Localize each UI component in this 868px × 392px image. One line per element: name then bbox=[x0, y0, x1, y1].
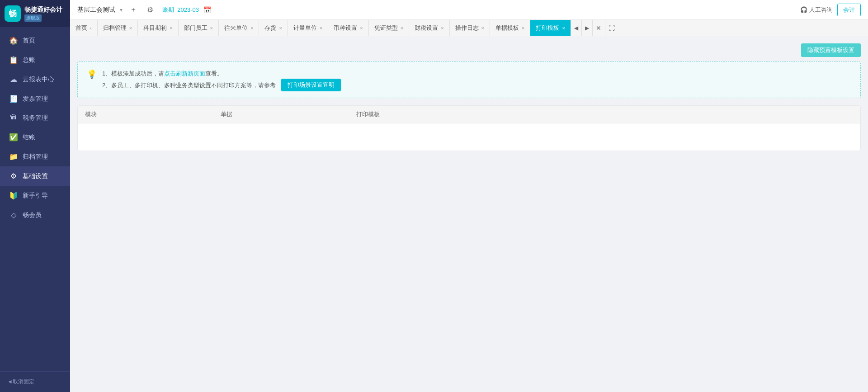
sidebar-nav: 🏠 首页 📋 总账 ☁ 云报表中心 🧾 发票管理 🏛 税务管理 ✅ 结账 📁 归… bbox=[0, 27, 70, 371]
table-body bbox=[78, 123, 860, 151]
refresh-link[interactable]: 点击刷新新页面 bbox=[164, 70, 205, 77]
tab-home-prev[interactable]: ‹ bbox=[90, 25, 92, 31]
service-button[interactable]: 🎧 人工咨询 bbox=[800, 6, 833, 14]
home-icon: 🏠 bbox=[9, 36, 18, 45]
tab-home[interactable]: 首页 ‹ bbox=[70, 20, 98, 36]
sidebar-item-reports[interactable]: ☁ 云报表中心 bbox=[0, 70, 70, 89]
tabbar: 首页 ‹ 归档管理 × 科目期初 × 部门员工 × 往来单位 × 存货 × 计量… bbox=[70, 20, 868, 36]
period-value: 2023-03 bbox=[177, 6, 199, 13]
tab-singledoc[interactable]: 单据模板 × bbox=[490, 20, 530, 36]
tab-singledoc-close[interactable]: × bbox=[522, 25, 524, 31]
info-line2: 2、多员工、多打印机、多种业务类型设置不同打印方案等，请参考 打印场景设置宜明 bbox=[102, 79, 851, 91]
archive-icon: 📁 bbox=[9, 152, 18, 161]
company-name: 基层工会测试 bbox=[77, 6, 115, 14]
topbar: 基层工会测试 ▾ ＋ ⚙ 账期 2023-03 📅 🎧 人工咨询 会计 bbox=[70, 0, 868, 20]
logo-title: 畅捷通好会计 bbox=[24, 5, 62, 14]
sidebar-item-checkout[interactable]: ✅ 结账 bbox=[0, 128, 70, 147]
table-header: 模块 单据 打印模板 bbox=[78, 106, 860, 123]
bulb-icon: 💡 bbox=[87, 69, 97, 79]
checkout-icon: ✅ bbox=[9, 133, 18, 142]
col-module: 模块 bbox=[78, 106, 213, 123]
company-dropdown-icon[interactable]: ▾ bbox=[120, 7, 123, 13]
topbar-right: 🎧 人工咨询 会计 bbox=[800, 4, 861, 16]
sidebar-unpin-button[interactable]: ◄取消固定 bbox=[0, 371, 70, 392]
tab-currency-close[interactable]: × bbox=[360, 25, 363, 31]
sidebar-item-invoice[interactable]: 🧾 发票管理 bbox=[0, 89, 70, 109]
sidebar-item-settings[interactable]: ⚙ 基础设置 bbox=[0, 166, 70, 186]
tab-taxset[interactable]: 财税设置 × bbox=[409, 20, 449, 36]
tab-inventory-close[interactable]: × bbox=[279, 25, 282, 31]
sidebar-logo: 畅 畅捷通好会计 旗舰版 bbox=[0, 0, 70, 27]
tab-subject-close[interactable]: × bbox=[170, 25, 172, 31]
tab-oplog-close[interactable]: × bbox=[481, 25, 484, 31]
tab-unit-close[interactable]: × bbox=[320, 25, 322, 31]
tab-printtemplate[interactable]: 打印模板 × bbox=[530, 20, 571, 36]
tab-voucher-close[interactable]: × bbox=[401, 25, 403, 31]
tab-unit[interactable]: 计量单位 × bbox=[288, 20, 328, 36]
tab-printtemplate-close[interactable]: × bbox=[562, 25, 565, 31]
tab-subject[interactable]: 科目期初 × bbox=[138, 20, 178, 36]
info-line1: 1、模板添加成功后，请点击刷新新页面查看。 bbox=[102, 68, 851, 79]
print-guide-button[interactable]: 打印场景设置宜明 bbox=[281, 79, 341, 91]
data-table: 模块 单据 打印模板 bbox=[77, 105, 861, 151]
hide-template-button[interactable]: 隐藏预置模板设置 bbox=[801, 43, 861, 57]
sidebar-item-tax[interactable]: 🏛 税务管理 bbox=[0, 109, 70, 128]
tab-expand-button[interactable]: ⛶ bbox=[605, 20, 618, 36]
tab-archive[interactable]: 归档管理 × bbox=[98, 20, 138, 36]
col-document: 单据 bbox=[213, 106, 349, 123]
tab-voucher[interactable]: 凭证类型 × bbox=[369, 20, 409, 36]
reports-icon: ☁ bbox=[9, 75, 18, 84]
guide-icon: 🔰 bbox=[9, 191, 18, 200]
sidebar-item-archive[interactable]: 📁 归档管理 bbox=[0, 147, 70, 166]
sidebar-item-member[interactable]: ◇ 畅会员 bbox=[0, 205, 70, 225]
tab-dept-close[interactable]: × bbox=[210, 25, 213, 31]
headset-icon: 🎧 bbox=[800, 6, 807, 13]
action-bar: 隐藏预置模板设置 bbox=[77, 43, 861, 57]
logo-icon: 畅 bbox=[5, 5, 21, 22]
tab-close-all-button[interactable]: ✕ bbox=[593, 20, 605, 36]
tab-partner-close[interactable]: × bbox=[250, 25, 253, 31]
kuaiji-button[interactable]: 会计 bbox=[837, 4, 861, 16]
member-icon: ◇ bbox=[9, 211, 18, 219]
tab-archive-close[interactable]: × bbox=[129, 25, 132, 31]
add-tab-button[interactable]: ＋ bbox=[127, 4, 140, 15]
main-area: 基层工会测试 ▾ ＋ ⚙ 账期 2023-03 📅 🎧 人工咨询 会计 首页 ‹… bbox=[70, 0, 868, 392]
tab-prev-button[interactable]: ◀ bbox=[571, 20, 582, 36]
sidebar-item-ledger[interactable]: 📋 总账 bbox=[0, 50, 70, 70]
tab-dept[interactable]: 部门员工 × bbox=[179, 20, 219, 36]
tab-partner[interactable]: 往来单位 × bbox=[219, 20, 259, 36]
tab-inventory[interactable]: 存货 × bbox=[259, 20, 288, 36]
content-area: 隐藏预置模板设置 💡 1、模板添加成功后，请点击刷新新页面查看。 2、多员工、多… bbox=[70, 36, 868, 392]
tab-next-button[interactable]: ▶ bbox=[582, 20, 593, 36]
col-template: 打印模板 bbox=[349, 106, 860, 123]
logo-sub: 旗舰版 bbox=[24, 14, 42, 22]
tab-taxset-close[interactable]: × bbox=[441, 25, 443, 31]
settings-button[interactable]: ⚙ bbox=[144, 5, 156, 15]
sidebar-item-guide[interactable]: 🔰 新手引导 bbox=[0, 186, 70, 205]
sidebar-item-home[interactable]: 🏠 首页 bbox=[0, 31, 70, 50]
period-label: 账期 2023-03 bbox=[162, 6, 199, 14]
info-box: 💡 1、模板添加成功后，请点击刷新新页面查看。 2、多员工、多打印机、多种业务类… bbox=[77, 61, 861, 98]
settings-icon: ⚙ bbox=[9, 172, 18, 180]
tab-oplog[interactable]: 操作日志 × bbox=[450, 20, 490, 36]
sidebar: 畅 畅捷通好会计 旗舰版 🏠 首页 📋 总账 ☁ 云报表中心 🧾 发票管理 🏛 … bbox=[0, 0, 70, 392]
invoice-icon: 🧾 bbox=[9, 94, 18, 103]
ledger-icon: 📋 bbox=[9, 56, 18, 64]
calendar-icon[interactable]: 📅 bbox=[203, 6, 211, 14]
tax-icon: 🏛 bbox=[9, 114, 18, 122]
tab-currency[interactable]: 币种设置 × bbox=[328, 20, 368, 36]
